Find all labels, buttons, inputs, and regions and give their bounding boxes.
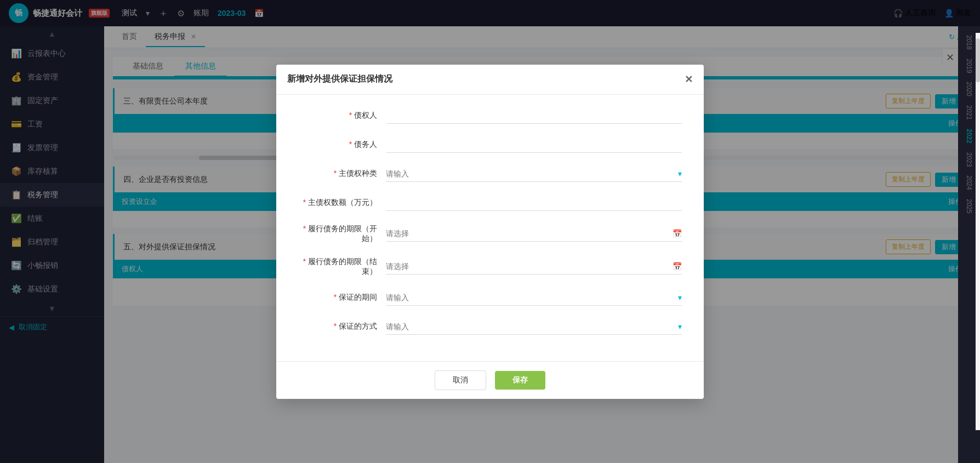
dialog-title: 新增对外提供保证担保情况: [287, 73, 392, 85]
dialog: 新增对外提供保证担保情况 ✕ * 债权人 * 债务人: [276, 65, 704, 399]
cancel-button[interactable]: 取消: [435, 370, 486, 390]
required-mark-claim-amount: *: [303, 198, 306, 207]
calendar-icon-end[interactable]: 📅: [673, 262, 682, 271]
required-mark-guarantee-method: *: [334, 322, 337, 330]
required-mark-guarantee-period: *: [334, 293, 337, 301]
chevron-down-icon-method[interactable]: ▾: [678, 322, 682, 331]
input-perform-start[interactable]: [386, 226, 673, 241]
dialog-overlay: 新增对外提供保证担保情况 ✕ * 债权人 * 债务人: [0, 0, 980, 463]
label-claim-amount: * 主债权数额（万元）: [298, 198, 386, 208]
field-claim-type: * 主债权种类 ▾: [298, 166, 682, 182]
save-button[interactable]: 保存: [495, 371, 545, 390]
input-claim-amount[interactable]: [386, 195, 682, 211]
dialog-body: * 债权人 * 债务人 * 主债权种类: [276, 95, 704, 361]
dialog-close-btn[interactable]: ✕: [685, 73, 693, 85]
input-claim-type[interactable]: [386, 166, 678, 181]
select-claim-type[interactable]: ▾: [386, 166, 682, 182]
label-claim-type: * 主债权种类: [298, 169, 386, 179]
label-debtor-text: 债务人: [354, 140, 377, 148]
label-perform-start: * 履行债务的期限（开始）: [298, 224, 386, 244]
field-creditor: * 债权人: [298, 108, 682, 124]
label-guarantee-method: * 保证的方式: [298, 322, 386, 331]
required-mark-claim-type: *: [334, 169, 337, 178]
select-guarantee-method[interactable]: ▾: [386, 319, 682, 335]
label-creditor-text: 债权人: [354, 111, 377, 119]
label-claim-amount-text: 主债权数额（万元）: [308, 198, 377, 207]
field-perform-end: * 履行债务的期限（结束） 📅: [298, 257, 682, 277]
required-mark-creditor: *: [349, 111, 352, 119]
label-guarantee-period-text: 保证的期间: [339, 293, 377, 301]
dialog-footer: 取消 保存: [276, 361, 704, 399]
required-mark-debtor: *: [349, 140, 352, 148]
input-guarantee-period[interactable]: [386, 290, 678, 305]
label-creditor: * 债权人: [298, 111, 386, 121]
label-debtor: * 债务人: [298, 140, 386, 150]
required-mark-perform-end: *: [303, 257, 306, 266]
date-perform-start[interactable]: 📅: [386, 226, 682, 242]
chevron-down-icon-period[interactable]: ▾: [678, 293, 682, 302]
calendar-icon-start[interactable]: 📅: [673, 229, 682, 238]
required-mark-perform-start: *: [303, 224, 306, 233]
label-guarantee-method-text: 保证的方式: [339, 322, 377, 330]
field-guarantee-period: * 保证的期间 ▾: [298, 290, 682, 306]
input-creditor[interactable]: [386, 108, 682, 124]
input-guarantee-method[interactable]: [386, 319, 678, 334]
field-guarantee-method: * 保证的方式 ▾: [298, 319, 682, 335]
input-debtor[interactable]: [386, 137, 682, 153]
label-perform-start-text: 履行债务的期限（开始）: [308, 224, 377, 243]
label-claim-type-text: 主债权种类: [339, 169, 377, 178]
select-guarantee-period[interactable]: ▾: [386, 290, 682, 306]
dialog-header: 新增对外提供保证担保情况 ✕: [276, 65, 704, 95]
date-perform-end[interactable]: 📅: [386, 259, 682, 275]
label-perform-end-text: 履行债务的期限（结束）: [308, 257, 377, 276]
field-debtor: * 债务人: [298, 137, 682, 153]
input-perform-end[interactable]: [386, 259, 673, 274]
field-perform-start: * 履行债务的期限（开始） 📅: [298, 224, 682, 244]
field-claim-amount: * 主债权数额（万元）: [298, 195, 682, 211]
chevron-down-icon-claim[interactable]: ▾: [678, 169, 682, 178]
label-guarantee-period: * 保证的期间: [298, 293, 386, 302]
label-perform-end: * 履行债务的期限（结束）: [298, 257, 386, 277]
